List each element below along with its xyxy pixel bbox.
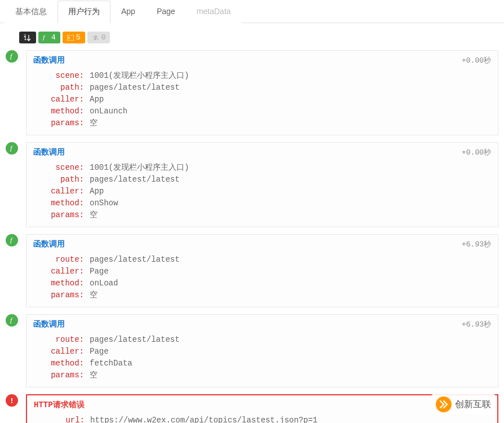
event-value: 空 xyxy=(90,289,98,301)
event-value: fetchData xyxy=(90,358,132,369)
tab-app[interactable]: App xyxy=(110,1,146,23)
event-row: route:pages/latest/latest xyxy=(33,334,491,346)
event-title: HTTP请求错误 xyxy=(34,400,85,410)
event-key: method: xyxy=(33,277,90,289)
sort-toggle[interactable]: 12 xyxy=(19,32,36,43)
event-list: f函数调用+0.00秒scene:1001(发现栏小程序主入口)path:pag… xyxy=(6,50,498,423)
tab-basic-info[interactable]: 基本信息 xyxy=(5,1,58,23)
event-value: 空 xyxy=(90,117,98,129)
svg-text:f: f xyxy=(43,34,46,41)
event-key: params: xyxy=(33,117,90,129)
event-value: onShow xyxy=(90,197,118,209)
event-key: caller: xyxy=(33,346,90,358)
event-key: caller: xyxy=(33,186,90,197)
network-icon xyxy=(92,35,99,41)
event-row: params:空 xyxy=(33,369,491,381)
event-row: method:onShow xyxy=(33,197,491,209)
event-item: f函数调用+0.00秒scene:1001(发现栏小程序主入口)path:pag… xyxy=(6,142,498,227)
event-title: 函数调用 xyxy=(33,55,65,65)
event-row: scene:1001(发现栏小程序主入口) xyxy=(33,162,491,174)
event-row: params:空 xyxy=(33,117,491,129)
event-card[interactable]: 函数调用+6.93秒route:pages/latest/latestcalle… xyxy=(26,234,498,307)
event-row: url:https://www.w2ex.com/api/topics/last… xyxy=(34,415,490,423)
event-time: +6.93秒 xyxy=(462,239,491,249)
event-value: pages/latest/latest xyxy=(90,82,180,94)
event-item: f函数调用+6.93秒route:pages/latest/latestcall… xyxy=(6,314,498,387)
function-icon: f xyxy=(6,314,18,327)
event-card[interactable]: 函数调用+0.00秒scene:1001(发现栏小程序主入口)path:page… xyxy=(26,142,498,227)
event-header: 函数调用+0.00秒 xyxy=(33,55,491,65)
tab-page[interactable]: Page xyxy=(146,1,186,23)
svg-rect-8 xyxy=(11,398,12,401)
event-card[interactable]: HTTP请求错误+14.04秒url:https://www.w2ex.com/… xyxy=(26,394,498,423)
watermark-icon xyxy=(436,396,452,412)
event-row: route:pages/latest/latest xyxy=(33,254,491,266)
filter-console-count: 5 xyxy=(76,33,81,42)
function-icon: f xyxy=(6,50,18,63)
event-header: HTTP请求错误+14.04秒 xyxy=(34,400,490,410)
tab-metadata: metaData xyxy=(186,1,242,23)
tab-user-behavior[interactable]: 用户行为 xyxy=(58,1,110,23)
event-item: f函数调用+0.00秒scene:1001(发现栏小程序主入口)path:pag… xyxy=(6,50,498,135)
filter-function[interactable]: f 4 xyxy=(38,32,60,43)
event-value: pages/latest/latest xyxy=(90,334,180,346)
event-key: caller: xyxy=(33,266,90,277)
event-key: url: xyxy=(34,415,90,423)
event-title: 函数调用 xyxy=(33,147,65,157)
event-header: 函数调用+6.93秒 xyxy=(33,239,491,249)
event-row: caller:Page xyxy=(33,266,491,277)
event-value: pages/latest/latest xyxy=(90,174,180,186)
event-time: +0.00秒 xyxy=(462,147,491,157)
event-header: 函数调用+6.93秒 xyxy=(33,319,491,329)
event-value: onLoad xyxy=(90,277,118,289)
svg-text:f: f xyxy=(10,237,13,244)
event-time: +6.93秒 xyxy=(462,319,491,329)
event-row: caller:Page xyxy=(33,346,491,358)
event-item: f函数调用+6.93秒route:pages/latest/latestcall… xyxy=(6,234,498,307)
svg-text:f: f xyxy=(10,317,13,324)
event-row: params:空 xyxy=(33,289,491,301)
event-value: Page xyxy=(90,346,109,358)
event-key: scene: xyxy=(33,162,90,174)
function-icon: f xyxy=(43,34,49,41)
event-key: params: xyxy=(33,209,90,221)
event-key: method: xyxy=(33,358,90,369)
event-value: App xyxy=(90,94,104,105)
error-icon xyxy=(6,394,18,407)
event-row: params:空 xyxy=(33,209,491,221)
event-row: path:pages/latest/latest xyxy=(33,174,491,186)
svg-rect-3 xyxy=(67,35,74,41)
event-key: scene: xyxy=(33,70,90,82)
console-icon xyxy=(67,35,74,41)
event-card[interactable]: 函数调用+6.93秒route:pages/latest/latestcalle… xyxy=(26,314,498,387)
svg-text:f: f xyxy=(10,145,13,152)
event-key: params: xyxy=(33,369,90,381)
event-value: onLaunch xyxy=(90,105,127,117)
event-title: 函数调用 xyxy=(33,239,65,249)
event-key: params: xyxy=(33,289,90,301)
event-value: 1001(发现栏小程序主入口) xyxy=(90,162,189,174)
function-icon: f xyxy=(6,142,18,155)
event-key: caller: xyxy=(33,94,90,105)
content-area: 12 f 4 5 0 f函数调用+0.00秒scene:1001(发现栏小程序主… xyxy=(0,23,504,423)
event-header: 函数调用+0.00秒 xyxy=(33,147,491,157)
svg-text:2: 2 xyxy=(24,34,26,38)
filter-network[interactable]: 0 xyxy=(87,32,110,43)
event-value: 空 xyxy=(90,209,98,221)
event-item: HTTP请求错误+14.04秒url:https://www.w2ex.com/… xyxy=(6,394,498,423)
filter-console[interactable]: 5 xyxy=(63,32,85,43)
event-row: scene:1001(发现栏小程序主入口) xyxy=(33,70,491,82)
event-time: +0.00秒 xyxy=(462,55,491,65)
event-value: App xyxy=(90,186,104,197)
event-card[interactable]: 函数调用+0.00秒scene:1001(发现栏小程序主入口)path:page… xyxy=(26,50,498,135)
event-key: route: xyxy=(33,334,90,346)
event-key: method: xyxy=(33,105,90,117)
svg-rect-9 xyxy=(11,402,12,403)
event-key: method: xyxy=(33,197,90,209)
event-row: method:onLaunch xyxy=(33,105,491,117)
tabs-bar: 基本信息 用户行为 App Page metaData xyxy=(0,0,504,23)
filter-function-count: 4 xyxy=(51,33,56,42)
event-title: 函数调用 xyxy=(33,319,65,329)
filter-bar: 12 f 4 5 0 xyxy=(19,32,498,43)
event-value: pages/latest/latest xyxy=(90,254,180,266)
